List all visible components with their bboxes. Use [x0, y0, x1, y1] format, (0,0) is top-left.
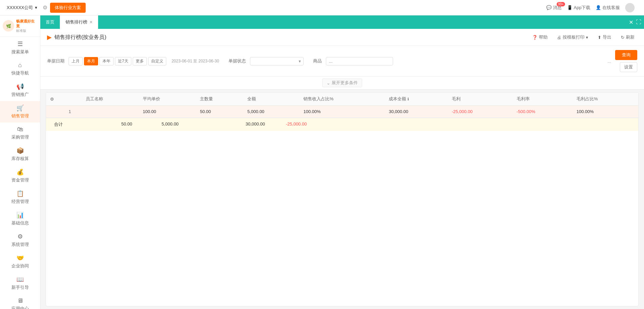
footer-cost: 30,000.00 [242, 121, 282, 127]
sidebar-item-system[interactable]: ⚙ 系统管理 [0, 229, 40, 251]
sidebar-label-marketing: 营销推广 [11, 92, 29, 98]
th-rank [58, 93, 82, 106]
dots-icon: ... [607, 59, 611, 64]
message-badge: 99+ [557, 2, 565, 6]
table-wrap: ⚙ 员工名称 平均单价 主数量 全额 销售收入占比% 成本全额 ℹ 毛利 毛利率… [46, 92, 639, 306]
inventory-icon: 📦 [16, 147, 24, 154]
last-7-btn[interactable]: 近7天 [115, 57, 131, 65]
query-button[interactable]: 查询 [615, 50, 637, 60]
sidebar-item-finance[interactable]: 💰 资金管理 [0, 165, 40, 187]
last-month-btn[interactable]: 上月 [69, 57, 83, 65]
chevron-down-icon: ▾ [35, 5, 37, 10]
finance-icon: 💰 [16, 168, 24, 176]
sidebar-item-inventory[interactable]: 📦 库存核算 [0, 144, 40, 165]
th-cost: 成本全额 ℹ [385, 93, 447, 106]
export-button[interactable]: ⬆ 导出 [595, 33, 614, 42]
filter-settings-button[interactable]: 设置 [620, 62, 637, 72]
td-avg-price: 100.00 [139, 106, 196, 118]
system-icon: ⚙ [17, 233, 23, 240]
sidebar-label-purchase: 采购管理 [11, 134, 29, 140]
footer-amount: 5,000.00 [158, 121, 201, 127]
th-sales-pct: 销售收入占比% [299, 93, 385, 106]
th-settings[interactable]: ⚙ [46, 93, 58, 106]
td-amount: 5,000.00 [243, 106, 299, 118]
content-area: 首页 销售排行榜 ✕ ✕ ⛶ ▶ 销售排行榜(按业务员) ❓ [40, 15, 644, 309]
sidebar-item-guide[interactable]: 📖 新手引导 [0, 272, 40, 294]
th-name: 员工名称 [82, 93, 139, 106]
sidebar-item-purchase[interactable]: 🛍 采购管理 [0, 122, 40, 144]
tab-close-icon[interactable]: ✕ [89, 20, 93, 24]
sidebar-label-operations: 经营管理 [11, 199, 29, 205]
sidebar-item-basic-info[interactable]: 📊 基础信息 [0, 208, 40, 229]
sidebar-item-cooperation[interactable]: 🤝 企业协同 [0, 251, 40, 272]
tab-maximize-icon[interactable]: ⛶ [636, 19, 641, 25]
footer-label: 合计 [50, 121, 117, 127]
footer-qty: 50.00 [117, 121, 158, 127]
tab-close-window-icon[interactable]: ✕ [629, 19, 633, 25]
cost-info-icon[interactable]: ℹ [407, 97, 409, 101]
filter-more-button[interactable]: ... [607, 59, 611, 64]
page-title: 销售排行榜(按业务员) [54, 34, 106, 41]
this-year-btn[interactable]: 本年 [99, 57, 114, 65]
goods-input[interactable] [326, 57, 393, 65]
more-btn[interactable]: 更多 [133, 57, 147, 65]
tab-bar-actions: ✕ ⛶ [629, 19, 644, 25]
help-icon: ❓ [532, 35, 538, 40]
service-label: 在线客服 [602, 5, 620, 11]
sidebar-item-quick-nav[interactable]: ⌂ 快捷导航 [0, 58, 40, 80]
tab-home[interactable]: 首页 [40, 15, 60, 29]
cooperation-icon: 🤝 [16, 254, 24, 262]
th-profit-rate: 毛利率 [513, 93, 572, 106]
page-actions: ❓ 帮助 🖨 按模板打印 ▾ ⬆ 导出 ↻ 刷新 [529, 33, 637, 42]
sidebar-label-guide: 新手引导 [11, 285, 29, 291]
td-profit: -25,000.00 [448, 106, 513, 118]
td-main-qty: 50.00 [196, 106, 243, 118]
refresh-label: 刷新 [626, 34, 635, 40]
expand-more-button[interactable]: ⌄ 展开更多条件 [322, 79, 362, 87]
guide-icon: 📖 [16, 276, 24, 283]
message-button[interactable]: 💬 消息 99+ [546, 5, 562, 11]
operations-icon: 📋 [16, 190, 24, 197]
company-selector[interactable]: XXXXXX公司 ▾ [4, 3, 40, 12]
marketing-icon: 📢 [16, 83, 24, 90]
sidebar-item-sales[interactable]: 🛒 销售管理 [0, 101, 40, 122]
print-button[interactable]: 🖨 按模板打印 ▾ [554, 33, 591, 42]
page-content: ▶ 销售排行榜(按业务员) ❓ 帮助 🖨 按模板打印 ▾ ⬆ 导 [40, 29, 644, 309]
td-rank: 1 [58, 106, 82, 118]
back-arrow-icon[interactable]: ▶ [47, 34, 52, 41]
this-month-btn[interactable]: 本月 [84, 57, 98, 65]
tab-bar: 首页 销售排行榜 ✕ ✕ ⛶ [40, 15, 644, 29]
app-label: App下载 [574, 5, 590, 11]
sidebar-item-search-order[interactable]: ☰ 搜索菜单 [0, 37, 40, 58]
trial-button[interactable]: 体验行业方案 [50, 3, 86, 13]
th-avg-price: 平均单价 [139, 93, 196, 106]
td-settings [46, 106, 58, 118]
td-cost: 30,000.00 [385, 106, 447, 118]
refresh-icon: ↻ [621, 35, 625, 40]
logo-text-wrap: 畅康通好生意 标准版 [16, 19, 37, 33]
help-button[interactable]: ❓ 帮助 [529, 33, 550, 42]
filter-row-1: 单据日期 上月 本月 本年 近7天 更多 自定义 2023-06-01 至 20… [47, 50, 637, 72]
sidebar-item-marketing[interactable]: 📢 营销推广 [0, 80, 40, 101]
expand-bar: ⌄ 展开更多条件 [40, 76, 644, 90]
settings-icon[interactable]: ⚙ [43, 4, 47, 11]
status-select[interactable] [250, 57, 304, 65]
top-bar: XXXXXX公司 ▾ ⚙ 体验行业方案 💬 消息 99+ 📱 App下载 👤 在… [0, 0, 644, 15]
tab-sales-rank-label: 销售排行榜 [66, 19, 87, 25]
app-download-button[interactable]: 📱 App下载 [567, 5, 590, 11]
online-service-button[interactable]: 👤 在线客服 [596, 5, 620, 11]
custom-btn[interactable]: 自定义 [148, 57, 166, 65]
sales-icon: 🛒 [16, 104, 24, 112]
refresh-button[interactable]: ↻ 刷新 [618, 33, 637, 42]
sidebar-item-operations[interactable]: 📋 经营管理 [0, 187, 40, 208]
logo-icon: 🌿 [3, 20, 14, 32]
logo-sub: 标准版 [16, 29, 37, 33]
footer-sales-pct [201, 121, 242, 127]
goods-label: 商品 [313, 58, 322, 64]
tab-sales-rank[interactable]: 销售排行榜 ✕ [60, 15, 98, 29]
main-layout: 🌿 畅康通好生意 标准版 ☰ 搜索菜单 ⌂ 快捷导航 📢 营销推广 🛒 销售管理… [0, 15, 644, 309]
date-range-buttons: 上月 本月 本年 近7天 更多 自定义 [69, 57, 166, 65]
status-label: 单据状态 [228, 58, 246, 64]
avatar[interactable] [625, 3, 635, 12]
sidebar-item-apps[interactable]: 🖥 应用中心 [0, 294, 40, 309]
